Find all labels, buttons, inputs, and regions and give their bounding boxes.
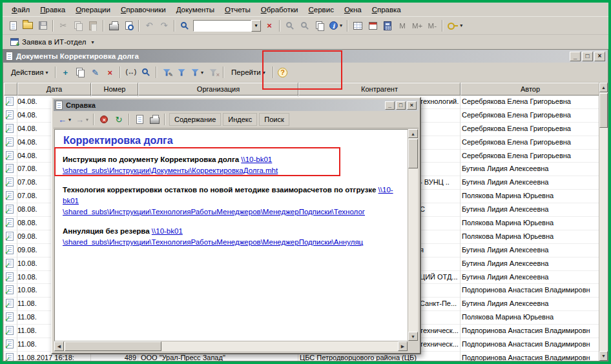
- show-table-button[interactable]: [351, 19, 365, 33]
- print-icon: [109, 24, 119, 30]
- column-header-number[interactable]: Номер: [91, 83, 138, 96]
- menu-item[interactable]: Правка: [35, 4, 70, 15]
- restore-button[interactable]: □: [582, 52, 593, 61]
- scrollbar-thumb[interactable]: [408, 139, 418, 168]
- row-contragent: ЦБС Петродворцового района (ЦБ): [300, 354, 459, 361]
- scroll-left-icon[interactable]: ◀: [54, 341, 64, 351]
- delete-button[interactable]: ×: [103, 65, 117, 79]
- new-document-button[interactable]: [6, 19, 20, 33]
- scrollbar-thumb[interactable]: [65, 341, 161, 351]
- filter-edit-button[interactable]: ✎: [160, 65, 174, 79]
- contents-button[interactable]: Содержание: [169, 113, 221, 126]
- search-input[interactable]: [193, 20, 251, 32]
- help-toolbar-icons: ←▾→▾↻: [56, 112, 167, 126]
- chevron-down-icon: ▾: [68, 117, 71, 123]
- help-entry-server-link[interactable]: \\10-bk01: [152, 227, 183, 235]
- main-toolbar-right-icons: ×▾ММ+М-▾: [262, 19, 464, 33]
- column-header-author[interactable]: Автор: [461, 83, 600, 96]
- minimize-button[interactable]: _: [570, 52, 581, 61]
- calculator-icon: [384, 21, 391, 30]
- index-button[interactable]: Индекс: [223, 113, 257, 126]
- menu-item[interactable]: Справочники: [116, 4, 171, 15]
- maximize-button[interactable]: □: [396, 101, 406, 110]
- print-button[interactable]: [107, 19, 121, 33]
- document-posted-icon: [6, 218, 14, 227]
- column-separator: [460, 96, 461, 361]
- goto-button[interactable]: Перейти ▾: [226, 65, 271, 79]
- copy-icon: [74, 21, 83, 30]
- scroll-right-icon[interactable]: ▶: [398, 341, 408, 351]
- column-header-organization[interactable]: Организация: [138, 83, 298, 96]
- menu-item[interactable]: Обработки: [256, 4, 304, 15]
- close-button[interactable]: ×: [594, 52, 605, 61]
- help-entry-path-link[interactable]: \shared_subs\Инструкции\ТехнологияРаботы…: [63, 237, 408, 248]
- memory-minus-button: М-: [425, 19, 439, 33]
- filter-button[interactable]: [174, 65, 189, 79]
- scroll-up-icon[interactable]: ▲: [599, 83, 608, 92]
- scrollbar-thumb[interactable]: [599, 93, 608, 128]
- help-entry-path-link[interactable]: \shared_subs\Инструкции\ТехнологияРаботы…: [63, 207, 408, 217]
- print-preview-button[interactable]: [121, 19, 136, 33]
- info-button[interactable]: ▾: [327, 19, 344, 33]
- toolbar-separator: [103, 20, 104, 32]
- scroll-down-icon[interactable]: ▼: [408, 332, 418, 341]
- row-contragent-fragment: техническ...: [420, 340, 459, 348]
- document-posted-icon: [6, 164, 14, 173]
- search-button[interactable]: Поиск: [259, 113, 289, 126]
- add-button[interactable]: +: [58, 65, 72, 79]
- set-interval-button[interactable]: (↔): [123, 65, 138, 79]
- menu-item[interactable]: Сервис: [304, 4, 339, 15]
- stop-icon: [100, 116, 108, 123]
- help-button[interactable]: ?: [276, 65, 290, 79]
- home-button[interactable]: [132, 112, 147, 126]
- calendar-button[interactable]: [366, 19, 380, 33]
- scroll-up-icon[interactable]: ▲: [408, 129, 418, 138]
- it-request-button[interactable]: Заявка в ИТ-отдел ▾: [6, 35, 98, 49]
- back-button[interactable]: ←▾: [56, 112, 73, 126]
- refresh-button[interactable]: ↻: [112, 112, 126, 126]
- minimize-button[interactable]: _: [385, 101, 395, 110]
- menu-item[interactable]: Файл: [6, 4, 35, 15]
- chevron-down-icon: ▾: [263, 70, 265, 76]
- help-vertical-scrollbar[interactable]: ▲ ▼: [408, 129, 418, 341]
- search-in-list-button[interactable]: [139, 65, 153, 79]
- column-header-contragent[interactable]: Контрагент: [298, 83, 461, 96]
- menu-item[interactable]: Окна: [339, 4, 367, 15]
- help-horizontal-scrollbar[interactable]: ◀ ▶: [54, 341, 408, 351]
- search-dropdown-button[interactable]: ▾: [251, 20, 261, 32]
- column-header-date[interactable]: Дата: [17, 83, 91, 96]
- row-date: 11.08.2017 16:18:: [17, 354, 89, 361]
- open-folder-icon: [23, 22, 33, 29]
- filter-dropdown-button[interactable]: ▾: [189, 65, 205, 79]
- toolbar-separator: [55, 66, 56, 78]
- document-window-titlebar: Документы Корректировка долга _ □ ×: [3, 50, 608, 63]
- row-author: Бутина Лидия Алексеевна: [462, 259, 599, 267]
- copy-item-button[interactable]: [73, 65, 87, 79]
- find-button[interactable]: [178, 19, 192, 33]
- edit-button[interactable]: ✎: [88, 65, 102, 79]
- clear-search-button[interactable]: ×: [262, 19, 276, 33]
- copy-value-button[interactable]: [313, 19, 327, 33]
- calculator-button[interactable]: [380, 19, 395, 33]
- table-vertical-scrollbar[interactable]: ▲ ▼: [599, 83, 608, 361]
- document-posted-icon: [6, 110, 14, 119]
- toolbar-separator: [138, 20, 140, 32]
- actions-button[interactable]: Действия ▾: [6, 65, 53, 79]
- list-toolbar-icons: +✎×(↔)✎▾×: [58, 65, 226, 79]
- menu-item[interactable]: Операции: [70, 4, 116, 15]
- menu-item[interactable]: Справка: [367, 4, 406, 15]
- open-folder-button[interactable]: [21, 19, 35, 33]
- close-button[interactable]: ×: [407, 101, 417, 110]
- stop-button[interactable]: [97, 112, 111, 126]
- help-entry-server-link[interactable]: \\10-bk01: [241, 156, 272, 163]
- menu-item[interactable]: Документы: [171, 4, 220, 15]
- row-author: Серебрякова Елена Григорьевна: [462, 111, 599, 119]
- scroll-down-icon[interactable]: ▼: [599, 351, 608, 361]
- memory-plus-label: М+: [412, 22, 422, 30]
- help-entry-path-link[interactable]: \shared_subs\Инструкции\Документы\Коррек…: [63, 165, 408, 176]
- calendar-icon: [369, 22, 377, 30]
- menu-item[interactable]: Отчеты: [220, 4, 256, 15]
- service-parameters-button[interactable]: ▾: [446, 19, 464, 33]
- column-header-icon[interactable]: [4, 83, 17, 96]
- print-help-button[interactable]: [147, 112, 161, 126]
